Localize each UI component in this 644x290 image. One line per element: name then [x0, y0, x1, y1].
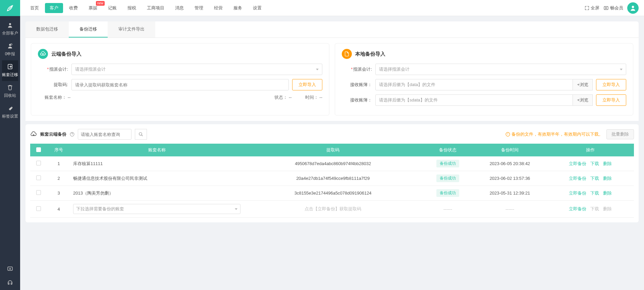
local-accountant-select[interactable]: 请选择指派会计	[375, 64, 626, 75]
download-link[interactable]: 下载	[590, 161, 599, 166]
nav-首页[interactable]: 首页	[25, 3, 44, 13]
nav-收费[interactable]: 收费	[64, 3, 83, 13]
local-import2-button[interactable]: 立即导入	[596, 94, 626, 106]
member-button[interactable]: 畅会员	[603, 5, 623, 11]
status-badge: 备份成功	[436, 189, 459, 197]
accountant-select[interactable]: 请选择指派会计	[71, 64, 322, 75]
batch-delete-button[interactable]: 批量删除	[606, 129, 634, 139]
warning-text: 备份的文件，有效期半年，有效期内可以下载。	[505, 131, 603, 137]
table-row: 32013（陶美芳勿删）3c8155e3e2174496a5c078d09190…	[30, 186, 634, 201]
row-checkbox[interactable]	[36, 175, 41, 180]
fullscreen-label: 全屏	[591, 5, 599, 11]
recv1-input[interactable]: 请选择后缀为【data】的文件	[375, 79, 573, 90]
local-import1-button[interactable]: 立即导入	[596, 79, 626, 90]
topnav: 首页客户收费票据new记账报税工商项目消息管理经营服务设置	[25, 3, 585, 13]
chevron-down-icon	[620, 69, 623, 70]
browse2-button[interactable]: +浏览	[573, 94, 593, 106]
row-checkbox[interactable]	[36, 190, 41, 195]
tab-2[interactable]: 审计文件导出	[108, 21, 155, 38]
sidebar-item-3[interactable]: 回收站	[2, 81, 18, 102]
row-code-hint: 点击【立即备份】获取提取码	[243, 201, 423, 218]
backup-link[interactable]: 立即备份	[569, 191, 586, 196]
sidebar-item-label: 全部客户	[2, 31, 18, 35]
download-link: 下载	[590, 206, 599, 211]
tab-0[interactable]: 数据包迁移	[25, 21, 69, 38]
recv2-input[interactable]: 请选择后缀为【sdata】的文件	[375, 94, 573, 106]
nav-报税[interactable]: 报税	[123, 3, 141, 13]
account-select[interactable]: 下拉选择需要备份的账套	[73, 204, 240, 214]
cloud-panel-title: 云端备份导入	[51, 51, 82, 57]
download-link[interactable]: 下载	[590, 176, 599, 181]
delete-link[interactable]: 删除	[603, 176, 612, 181]
search-button[interactable]	[135, 129, 147, 140]
avatar[interactable]	[627, 2, 639, 14]
cloud-import-button[interactable]: 立即导入	[292, 79, 322, 90]
nav-客户[interactable]: 客户	[45, 3, 63, 13]
row-index: 2	[47, 171, 70, 186]
cloud-status-line: 账套名称： -- 状态： -- 时间： --	[38, 94, 322, 100]
row-name: 库存核算11111	[70, 156, 243, 171]
col-header-5: 备份时间	[473, 144, 547, 156]
backup-link[interactable]: 立即备份	[569, 161, 586, 166]
nav-票据[interactable]: 票据new	[84, 3, 102, 13]
search-icon	[139, 132, 143, 137]
main-content: 数据包迁移备份迁移审计文件导出 云端备份导入 *指派会计: 请选择指派会计	[20, 16, 644, 290]
svg-point-9	[139, 133, 142, 135]
delete-link[interactable]: 删除	[603, 191, 612, 196]
row-name: 畅捷通信息技术股份有限公司民非测试	[70, 171, 243, 186]
backup-link[interactable]: 立即备份	[569, 206, 586, 211]
svg-point-2	[9, 23, 11, 25]
sidebar-item-4[interactable]: 标签设置	[2, 102, 18, 123]
table-row-empty: 4下拉选择需要备份的账套点击【立即备份】获取提取码------------立即备…	[30, 201, 634, 218]
download-link[interactable]: 下载	[590, 191, 599, 196]
row-time: ------	[473, 201, 547, 218]
topbar: 首页客户收费票据new记账报税工商项目消息管理经营服务设置 全屏 畅会员	[0, 0, 644, 16]
row-checkbox[interactable]	[36, 161, 41, 165]
svg-point-4	[11, 44, 12, 45]
row-index: 3	[47, 186, 70, 201]
accountant-label: *指派会计:	[38, 66, 68, 72]
select-all-checkbox[interactable]	[36, 147, 41, 152]
play-icon	[603, 6, 609, 10]
nav-经营[interactable]: 经营	[209, 3, 227, 13]
sidebar-item-2[interactable]: 账套迁移	[2, 60, 18, 81]
warning-icon	[505, 132, 510, 137]
nav-服务[interactable]: 服务	[229, 3, 247, 13]
search-input[interactable]	[78, 129, 131, 140]
nav-消息[interactable]: 消息	[170, 3, 189, 13]
row-status: ------	[423, 201, 473, 218]
backup-link[interactable]: 立即备份	[569, 176, 586, 181]
sidebar-item-1[interactable]: 0申报	[2, 40, 18, 60]
row-checkbox[interactable]	[36, 206, 41, 211]
row-code: 3c8155e3e2174496a5c078d091906124	[243, 186, 423, 201]
nav-工商项目[interactable]: 工商项目	[142, 3, 169, 13]
backup-table: 序号账套名称提取码备份状态备份时间操作 1库存核算111114950678d7e…	[30, 144, 634, 218]
tabs: 数据包迁移备份迁移审计文件导出	[25, 21, 639, 38]
sidebar-support[interactable]	[0, 276, 20, 290]
table-title: 账套云端备份	[40, 131, 66, 137]
code-input[interactable]	[71, 79, 289, 90]
delete-link[interactable]: 删除	[603, 161, 612, 166]
local-accountant-label: *指派会计:	[342, 66, 372, 72]
tab-1[interactable]: 备份迁移	[69, 21, 108, 38]
sidebar-download[interactable]	[0, 263, 20, 276]
cloud-icon	[38, 49, 48, 59]
fullscreen-button[interactable]: 全屏	[585, 5, 599, 11]
member-label: 畅会员	[610, 5, 623, 11]
table-row: 1库存核算111114950678d7eda4abc860b974f4bb280…	[30, 156, 634, 171]
nav-管理[interactable]: 管理	[190, 3, 208, 13]
import-panels: 云端备份导入 *指派会计: 请选择指派会计 提取码: 立即导入	[25, 38, 639, 121]
col-header-3: 提取码	[243, 144, 423, 156]
backup-table-section: 账套云端备份 备份的文件，有效期半年，有效期内可以下载。 批量删除 序号账套名称…	[25, 124, 639, 222]
sidebar-icon	[2, 22, 18, 29]
row-time: 2023-05-31 12:39:21	[473, 186, 547, 201]
nav-设置[interactable]: 设置	[248, 3, 266, 13]
col-header-2: 账套名称	[70, 144, 243, 156]
sidebar-item-0[interactable]: 全部客户	[2, 19, 18, 40]
recv1-label: 接收账簿：	[342, 82, 372, 88]
browse1-button[interactable]: +浏览	[573, 79, 593, 90]
nav-记账[interactable]: 记账	[103, 3, 121, 13]
cloud-import-panel: 云端备份导入 *指派会计: 请选择指派会计 提取码: 立即导入	[31, 43, 329, 116]
help-icon[interactable]	[70, 132, 74, 137]
sidebar-item-label: 回收站	[4, 93, 16, 98]
